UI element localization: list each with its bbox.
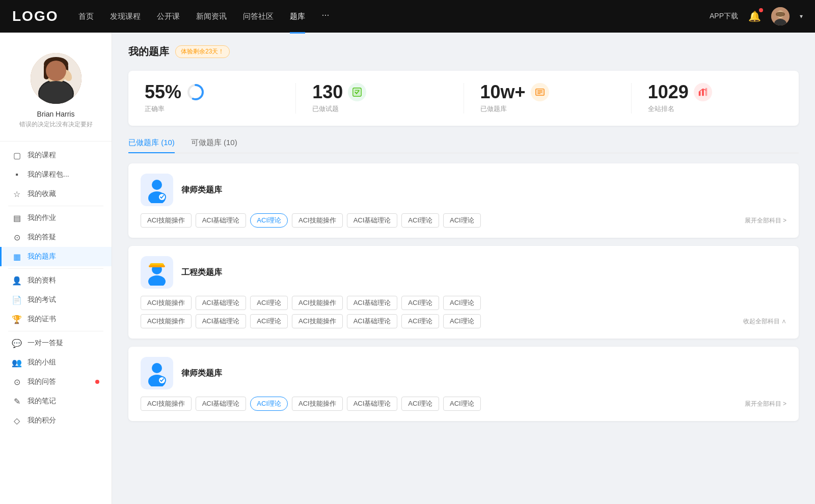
expand-lawyer-1-link[interactable]: 展开全部科目 >	[745, 216, 786, 225]
stat-banks-label: 已做题库	[480, 104, 507, 114]
notification-bell[interactable]: 🔔	[748, 10, 761, 22]
stat-done-questions: 130 已做试题	[296, 83, 464, 114]
user-menu-caret[interactable]: ▾	[800, 13, 803, 20]
app-download-button[interactable]: APP下载	[710, 12, 738, 21]
sidebar-item-label-favorites: 我的收藏	[28, 189, 56, 199]
sidebar-item-label-qa: 我的答疑	[28, 233, 56, 242]
tag-eng-2-3[interactable]: ACI理论	[250, 314, 288, 328]
qbank-engineer-title: 工程类题库	[181, 267, 222, 278]
points-icon: ◇	[12, 416, 21, 425]
sidebar-item-label-certs: 我的证书	[28, 315, 56, 324]
tag-lawyer-1-2[interactable]: ACI基础理论	[196, 213, 247, 228]
stat-done-label: 已做试题	[312, 104, 339, 114]
courses-icon: ▢	[12, 151, 21, 160]
tabs-row: 已做题库 (10) 可做题库 (10)	[128, 138, 799, 153]
main-layout: Brian Harris 错误的决定比没有决定要好 ▢ 我的课程 ▪ 我的课程包…	[0, 33, 815, 504]
tutor-icon: 💬	[12, 339, 21, 348]
sidebar-item-certs[interactable]: 🏆 我的证书	[0, 310, 112, 329]
qbank-lawyer-tags-row: ACI技能操作 ACI基础理论 ACI理论 ACI技能操作 ACI基础理论 AC…	[141, 213, 786, 228]
groups-icon: 👥	[12, 358, 21, 367]
tag-lawyer-2-7[interactable]: ACI理论	[443, 397, 481, 411]
nav-qa[interactable]: 问答社区	[243, 10, 274, 23]
svg-rect-14	[353, 88, 362, 97]
tag-eng-1-7[interactable]: ACI理论	[443, 296, 481, 310]
qbank-card-lawyer-2: 律师类题库 ACI技能操作 ACI基础理论 ACI理论 ACI技能操作 ACI基…	[128, 347, 799, 421]
stat-done-top: 130	[312, 83, 366, 101]
tag-lawyer-2-2[interactable]: ACI基础理论	[196, 397, 247, 411]
stat-accuracy-number: 55%	[145, 83, 181, 101]
tag-eng-1-4[interactable]: ACI技能操作	[292, 296, 343, 310]
sidebar-item-favorites[interactable]: ☆ 我的收藏	[0, 184, 112, 204]
tag-eng-2-4[interactable]: ACI技能操作	[292, 314, 343, 328]
tab-done-banks[interactable]: 已做题库 (10)	[128, 138, 175, 153]
tag-eng-1-1[interactable]: ACI技能操作	[141, 296, 192, 310]
qbank-icon: ▦	[12, 252, 21, 261]
tag-eng-2-2[interactable]: ACI基础理论	[196, 314, 247, 328]
tag-lawyer-1-6[interactable]: ACI理论	[401, 213, 439, 228]
tag-lawyer-2-4[interactable]: ACI技能操作	[292, 397, 343, 411]
sidebar-item-notes[interactable]: ✎ 我的笔记	[0, 391, 112, 411]
logo[interactable]: LOGO	[12, 8, 58, 24]
stat-accuracy-top: 55%	[145, 83, 205, 101]
nav-qbank[interactable]: 题库	[290, 10, 305, 23]
tag-lawyer-1-1[interactable]: ACI技能操作	[141, 213, 192, 228]
qbank-lawyer2-tags: ACI技能操作 ACI基础理论 ACI理论 ACI技能操作 ACI基础理论 AC…	[141, 397, 745, 411]
tab-available-banks[interactable]: 可做题库 (10)	[191, 138, 237, 153]
sidebar-item-materials[interactable]: 👤 我的资料	[0, 271, 112, 290]
tag-lawyer-2-5[interactable]: ACI基础理论	[347, 397, 398, 411]
tag-eng-2-7[interactable]: ACI理论	[443, 314, 481, 328]
sidebar-item-courses[interactable]: ▢ 我的课程	[0, 146, 112, 165]
nav-open-course[interactable]: 公开课	[157, 10, 180, 23]
svg-rect-25	[702, 90, 704, 96]
tag-lawyer-2-3[interactable]: ACI理论	[250, 397, 288, 411]
tag-lawyer-1-3[interactable]: ACI理论	[250, 213, 288, 228]
qbank-lawyer2-tags-row: ACI技能操作 ACI基础理论 ACI理论 ACI技能操作 ACI基础理论 AC…	[141, 397, 786, 411]
main-content: 我的题库 体验剩余23天！ 55% 正确率 130	[112, 33, 815, 504]
sidebar-item-course-packages[interactable]: ▪ 我的课程包...	[0, 165, 112, 184]
sidebar-avatar[interactable]	[31, 53, 82, 104]
bell-icon: 🔔	[748, 11, 761, 22]
sidebar-item-label-packages: 我的课程包...	[28, 170, 69, 179]
stat-accuracy: 55% 正确率	[128, 83, 296, 114]
qbank-engineer-tags-row1: ACI技能操作 ACI基础理论 ACI理论 ACI技能操作 ACI基础理论 AC…	[141, 296, 786, 310]
tag-eng-2-5[interactable]: ACI基础理论	[347, 314, 398, 328]
tag-lawyer-1-4[interactable]: ACI技能操作	[292, 213, 343, 228]
avatar[interactable]	[771, 7, 790, 25]
sidebar-item-points[interactable]: ◇ 我的积分	[0, 411, 112, 430]
sidebar-item-label-materials: 我的资料	[28, 276, 56, 285]
sidebar-item-questions[interactable]: ⊙ 我的问答	[0, 372, 112, 391]
tag-lawyer-2-1[interactable]: ACI技能操作	[141, 397, 192, 411]
sidebar-menu: ▢ 我的课程 ▪ 我的课程包... ☆ 我的收藏 ▤ 我的作业 ⊙ 我的答疑 ▦	[0, 142, 112, 434]
nav-news[interactable]: 新闻资讯	[196, 10, 227, 23]
nav-discover[interactable]: 发现课程	[110, 10, 141, 23]
sidebar-item-label-notes: 我的笔记	[28, 397, 56, 406]
tag-eng-2-6[interactable]: ACI理论	[401, 314, 439, 328]
tag-lawyer-1-5[interactable]: ACI基础理论	[347, 213, 398, 228]
svg-point-35	[152, 363, 162, 373]
sidebar-item-tutor[interactable]: 💬 一对一答疑	[0, 333, 112, 353]
sidebar-item-qa[interactable]: ⊙ 我的答疑	[0, 228, 112, 247]
tag-lawyer-1-7[interactable]: ACI理论	[443, 213, 481, 228]
svg-point-13	[193, 89, 199, 95]
sidebar-item-homework[interactable]: ▤ 我的作业	[0, 208, 112, 228]
sidebar-item-label-qbank: 我的题库	[28, 252, 56, 261]
tag-lawyer-2-6[interactable]: ACI理论	[401, 397, 439, 411]
sidebar-item-groups[interactable]: 👥 我的小组	[0, 353, 112, 372]
stat-done-number: 130	[312, 83, 343, 101]
sidebar-item-label-points: 我的积分	[28, 416, 56, 425]
certs-icon: 🏆	[12, 315, 21, 324]
tag-eng-2-1[interactable]: ACI技能操作	[141, 314, 192, 328]
sidebar-item-qbank[interactable]: ▦ 我的题库	[0, 247, 112, 266]
collapse-engineer-link[interactable]: 收起全部科目 ∧	[743, 317, 786, 326]
tag-eng-1-6[interactable]: ACI理论	[401, 296, 439, 310]
expand-lawyer-2-link[interactable]: 展开全部科目 >	[745, 400, 786, 408]
nav-home[interactable]: 首页	[78, 10, 94, 23]
qbank-engineer-tags-1: ACI技能操作 ACI基础理论 ACI理论 ACI技能操作 ACI基础理论 AC…	[141, 296, 786, 310]
nav-more-icon[interactable]: ···	[321, 10, 329, 23]
svg-point-3	[776, 12, 785, 17]
sidebar-item-exams[interactable]: 📄 我的考试	[0, 290, 112, 310]
tag-eng-1-3[interactable]: ACI理论	[250, 296, 288, 310]
tag-eng-1-5[interactable]: ACI基础理论	[347, 296, 398, 310]
tag-eng-1-2[interactable]: ACI基础理论	[196, 296, 247, 310]
qbank-lawyer-header: 律师类题库	[141, 174, 786, 206]
